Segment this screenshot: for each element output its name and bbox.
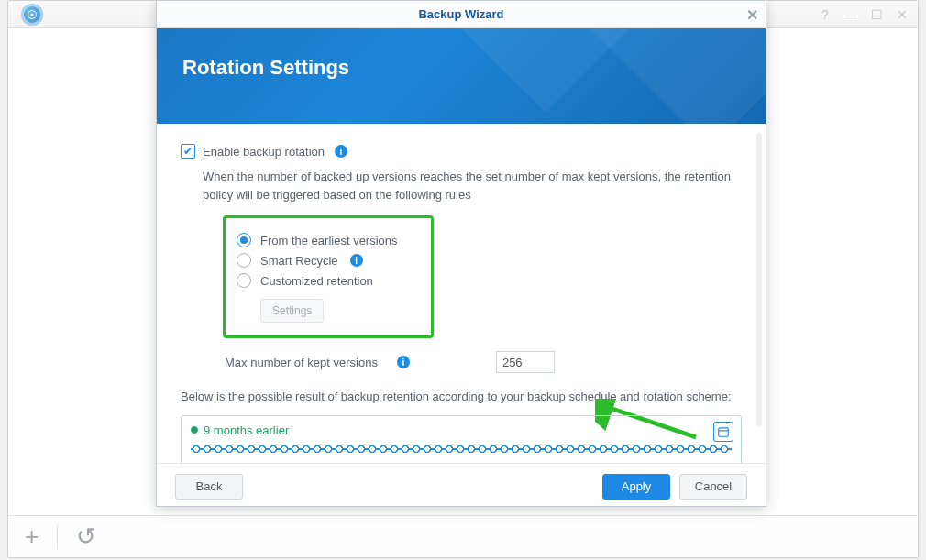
annotation-highlight-box: From the earliest versions Smart Recycle… [223,215,434,338]
max-versions-input[interactable] [496,351,555,373]
maximize-icon[interactable]: ☐ [870,8,883,21]
dialog-title: Backup Wizard [418,7,503,21]
cancel-button[interactable]: Cancel [679,474,747,500]
retention-timeline: 9 months earlier [181,415,742,463]
dialog-header: Rotation Settings [157,28,766,124]
enable-rotation-checkbox[interactable]: ✔ [181,144,195,159]
radio-smart-label: Smart Recycle [260,254,338,268]
history-icon[interactable]: ↺ [76,522,96,551]
backup-wizard-dialog: Backup Wizard ✕ Rotation Settings ✔ Enab… [156,0,766,507]
rotation-description: When the number of backed up versions re… [203,168,742,204]
apply-button[interactable]: Apply [602,474,670,500]
page-title: Rotation Settings [182,56,740,80]
max-versions-label: Max number of kept versions [225,356,378,369]
info-icon[interactable]: i [350,254,363,267]
timeline-track [191,445,732,454]
enable-rotation-label: Enable backup rotation [203,145,325,159]
retention-settings-button: Settings [260,299,324,323]
radio-smart-recycle[interactable] [237,253,251,268]
scrollbar[interactable] [756,133,762,426]
app-logo-icon [21,4,43,26]
dialog-footer: Back Apply Cancel [157,463,766,509]
dialog-titlebar: Backup Wizard ✕ [157,1,766,28]
radio-custom-label: Customized retention [260,274,373,288]
add-icon[interactable]: + [25,522,39,551]
close-icon[interactable]: ✕ [896,8,909,21]
calendar-icon[interactable] [713,422,733,442]
back-button[interactable]: Back [175,474,243,500]
parent-bottombar: + ↺ [8,515,918,557]
radio-earliest[interactable] [237,233,251,247]
timeline-start-dot-icon [191,426,198,434]
info-icon[interactable]: i [397,356,410,368]
help-icon[interactable]: ? [819,8,832,21]
svg-rect-3 [719,428,729,436]
radio-earliest-label: From the earliest versions [260,234,398,247]
timeline-start-label: 9 months earlier [204,423,289,437]
radio-custom-retention[interactable] [237,273,251,288]
dialog-close-icon[interactable]: ✕ [746,6,758,24]
svg-point-1 [31,14,34,16]
info-icon[interactable]: i [335,145,347,158]
dialog-body: ✔ Enable backup rotation i When the numb… [157,124,766,463]
minimize-icon[interactable]: — [844,8,857,21]
